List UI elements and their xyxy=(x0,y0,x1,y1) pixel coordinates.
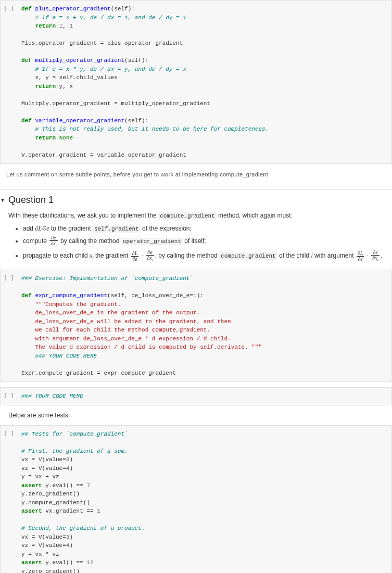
code-content-2[interactable]: ### Exercise: Implementation of `compute… xyxy=(21,270,267,381)
bullet-1: add ∂L/∂e to the gradient self.gradient … xyxy=(23,224,392,234)
code-cell-1[interactable]: [ ] def plus_operator_gradient(self): # … xyxy=(0,0,392,164)
below-tests-text: Below are some tests. xyxy=(0,411,392,425)
bullet-2: compute ∂e∂xi by calling the method oper… xyxy=(23,235,392,248)
section-header-question1[interactable]: ▼ Question 1 xyxy=(0,189,392,206)
code-content-3[interactable]: ### YOUR CODE HERE xyxy=(21,388,88,405)
code-content-1[interactable]: def plus_operator_gradient(self): # If e… xyxy=(21,1,274,163)
collapse-arrow-icon[interactable]: ▼ xyxy=(0,197,5,203)
cell-gutter: [ ] xyxy=(1,1,21,163)
truncated-text: Let us comment on some subtle points, be… xyxy=(0,169,392,185)
cell-gutter: [ ] xyxy=(1,270,21,381)
section-title: Question 1 xyxy=(8,195,54,206)
inline-code: compute_gradient xyxy=(158,212,217,220)
bullet-3: propagate to each child xi the gradient … xyxy=(23,250,392,262)
code-content-4[interactable]: ## Tests for `compute_gradient` # First,… xyxy=(21,426,188,574)
code-cell-2[interactable]: [ ] ### Exercise: Implementation of `com… xyxy=(0,270,392,382)
cell-gutter: [ ] xyxy=(1,388,21,405)
cell-gutter: [ ] xyxy=(1,426,21,574)
code-cell-4[interactable]: [ ] ## Tests for `compute_gradient` # Fi… xyxy=(0,425,392,574)
code-cell-3[interactable]: [ ] ### YOUR CODE HERE xyxy=(0,387,392,405)
question-description: With these clarifications, we ask you to… xyxy=(0,211,392,270)
